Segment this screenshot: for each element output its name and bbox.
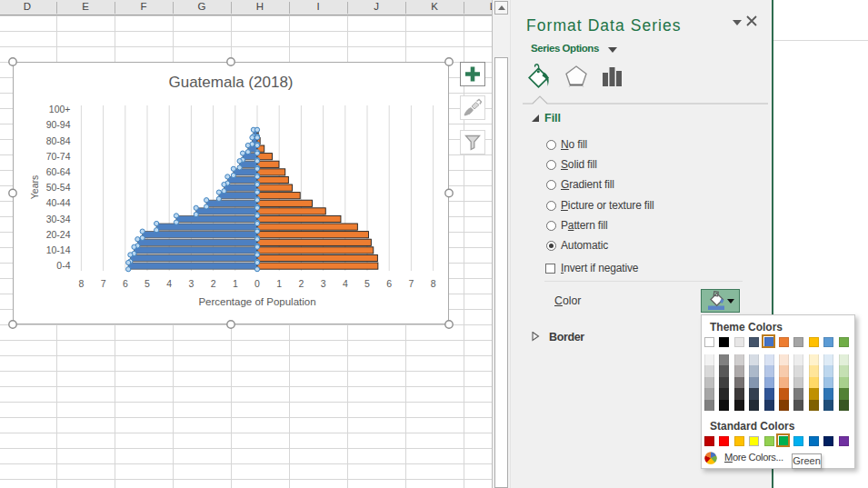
svg-text:1: 1 (233, 278, 238, 289)
svg-text:30-34: 30-34 (46, 214, 71, 224)
svg-text:20-24: 20-24 (46, 229, 71, 240)
svg-text:8: 8 (78, 278, 84, 289)
svg-text:100+: 100+ (49, 104, 71, 115)
svg-text:90-94: 90-94 (46, 119, 71, 130)
svg-text:0-4: 0-4 (56, 260, 70, 271)
svg-text:Guatemala (2018): Guatemala (2018) (168, 74, 293, 91)
svg-text:6: 6 (123, 278, 128, 289)
svg-text:5: 5 (145, 278, 150, 289)
svg-text:7: 7 (408, 278, 414, 289)
svg-text:Years: Years (29, 175, 40, 199)
svg-text:0: 0 (254, 278, 260, 289)
svg-text:80-84: 80-84 (46, 135, 71, 146)
svg-text:40-44: 40-44 (46, 197, 71, 208)
svg-text:5: 5 (364, 278, 370, 289)
svg-text:60-64: 60-64 (46, 166, 71, 177)
svg-text:7: 7 (101, 278, 106, 289)
svg-text:3: 3 (188, 278, 194, 289)
svg-text:70-74: 70-74 (46, 151, 71, 162)
svg-text:6: 6 (386, 278, 392, 289)
svg-text:50-54: 50-54 (46, 182, 71, 193)
svg-text:2: 2 (211, 278, 216, 289)
svg-text:1: 1 (276, 278, 282, 289)
svg-text:4: 4 (166, 278, 172, 289)
svg-text:3: 3 (321, 278, 326, 289)
svg-text:10-14: 10-14 (46, 244, 71, 255)
svg-text:8: 8 (431, 278, 436, 289)
svg-text:Percentage of Population: Percentage of Population (198, 296, 315, 307)
svg-text:4: 4 (343, 278, 348, 289)
svg-text:2: 2 (298, 278, 304, 289)
